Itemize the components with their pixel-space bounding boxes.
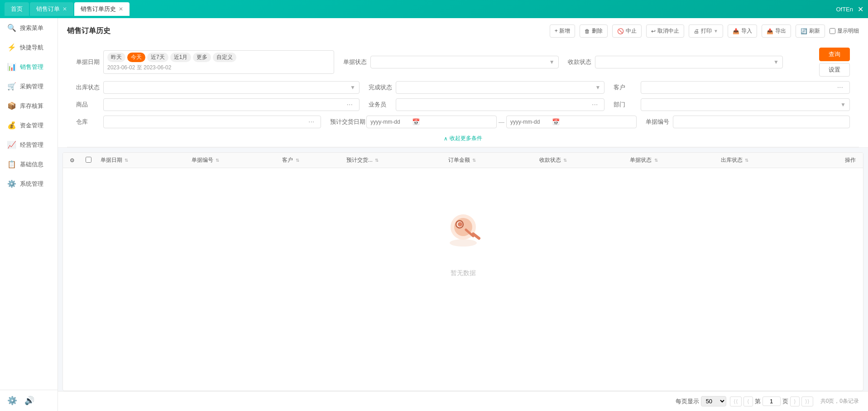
tab-sales-order-history-close[interactable]: ✕ [119, 6, 123, 12]
tab-sales-order-label: 销售订单 [36, 5, 60, 13]
payment-status-chevron: ▼ [773, 59, 779, 65]
salesperson-dots[interactable]: ··· [589, 101, 600, 109]
expected-date-start-input[interactable] [370, 119, 410, 125]
order-status-control[interactable]: ▼ [370, 56, 558, 68]
sidebar-settings-icon[interactable]: ⚙️ [7, 396, 17, 406]
filter-row-4: 仓库 ··· 预计交货日期 📅 — [76, 116, 850, 128]
sidebar-item-operations[interactable]: 📈 经营管理 [0, 135, 58, 155]
warehouse-control[interactable]: ··· [103, 116, 321, 128]
sort-order-amount-icon[interactable]: ⇅ [472, 158, 476, 163]
tab-home-label: 首页 [11, 5, 23, 13]
sort-date-icon[interactable]: ⇅ [125, 158, 128, 163]
next-page-button[interactable]: ⟩ [790, 396, 800, 406]
col-delivery-status: 出库状态 ⇅ [716, 153, 807, 168]
sidebar-item-finance[interactable]: 💰 资金管理 [0, 116, 58, 135]
col-settings[interactable]: ⚙ [63, 153, 81, 168]
sort-payment-status-icon[interactable]: ⇅ [563, 158, 567, 163]
page-size-dropdown[interactable]: 20 50 100 [701, 396, 726, 406]
new-button[interactable]: + 新增 [550, 24, 575, 38]
display-detail-label[interactable]: 显示明细 [830, 27, 859, 35]
last-page-button[interactable]: ⟩⟩ [801, 396, 813, 406]
collapse-label: 收起更多条件 [450, 135, 482, 142]
cancel-stop-button[interactable]: ↩ 取消中止 [646, 24, 684, 38]
sidebar-item-base-info[interactable]: 📋 基础信息 [0, 155, 58, 174]
empty-state: 暂无数据 [63, 168, 863, 314]
tab-sales-order-close[interactable]: ✕ [62, 6, 67, 12]
col-check[interactable] [81, 153, 96, 168]
customer-dots[interactable]: ··· [834, 83, 846, 92]
display-detail-checkbox[interactable] [830, 28, 835, 34]
product-dots[interactable]: ··· [344, 101, 355, 109]
date-pill-custom[interactable]: 自定义 [213, 53, 236, 62]
delete-button[interactable]: 🗑 删除 [580, 24, 608, 38]
expected-date-end-input[interactable] [510, 119, 550, 125]
prev-page-button[interactable]: ⟨ [743, 396, 753, 406]
refresh-button[interactable]: 🔄 刷新 [796, 24, 825, 38]
table-container: ⚙ 单据日期 ⇅ 单据编号 ⇅ 客户 ⇅ [62, 152, 863, 391]
warehouse-dots[interactable]: ··· [306, 118, 317, 126]
operations-icon: 📈 [7, 140, 16, 149]
salesperson-control[interactable]: ··· [396, 98, 605, 111]
expected-date-start-control[interactable]: 📅 [366, 116, 497, 128]
customer-label: 客户 [614, 83, 641, 92]
top-close-icon[interactable]: ✕ [858, 5, 863, 14]
date-pill-last1m[interactable]: 近1月 [170, 53, 192, 62]
finance-icon: 💰 [7, 121, 16, 130]
tab-sales-order[interactable]: 销售订单 ✕ [30, 2, 73, 16]
sort-order-status-icon[interactable]: ⇅ [654, 158, 658, 163]
date-pill-more[interactable]: 更多 [193, 53, 211, 62]
cal-end-icon[interactable]: 📅 [552, 118, 560, 126]
settings-filter-button[interactable]: 设置 [819, 63, 850, 77]
query-button[interactable]: 查询 [819, 48, 850, 61]
col-customer: 客户 ⇅ [278, 153, 341, 168]
print-button[interactable]: 🖨 打印 ▼ [689, 24, 723, 38]
order-no-control[interactable] [673, 116, 850, 128]
expected-date-end-control[interactable]: 📅 [506, 116, 637, 128]
filter-item-payment-status: 收款状态 ▼ [568, 56, 783, 68]
date-filter-control[interactable]: 昨天 今天 近7天 近1月 更多 自定义 2023-06-02 至 2023-0… [103, 50, 334, 74]
first-page-button[interactable]: ⟨⟨ [730, 396, 742, 406]
quick-nav-icon: ⚡ [7, 43, 16, 52]
col-payment-status: 收款状态 ⇅ [535, 153, 626, 168]
export-button[interactable]: 📤 导出 [762, 24, 791, 38]
tab-home[interactable]: 首页 [5, 2, 29, 16]
complete-status-label: 完成状态 [369, 83, 396, 92]
sort-delivery-status-icon[interactable]: ⇅ [745, 158, 748, 163]
sidebar-item-inventory[interactable]: 📦 库存核算 [0, 96, 58, 116]
dept-control[interactable]: ▼ [641, 98, 850, 111]
top-right-area: OfTEn ✕ [836, 5, 863, 14]
sidebar-item-search-menu[interactable]: 🔍 搜索菜单 [0, 18, 58, 38]
sidebar-item-sales-mgmt[interactable]: 📊 销售管理 [0, 57, 58, 77]
payment-status-control[interactable]: ▼ [595, 56, 783, 68]
complete-status-control[interactable]: ▼ [396, 81, 605, 94]
import-button[interactable]: 📥 导入 [728, 24, 757, 38]
date-pill-yesterday[interactable]: 昨天 [107, 53, 125, 62]
stop-button[interactable]: 🚫 中止 [612, 24, 642, 38]
sidebar-item-quick-nav[interactable]: ⚡ 快捷导航 [0, 38, 58, 57]
page-title-row: 销售订单历史 + 新增 🗑 删除 🚫 中止 ↩ 取消中止 [67, 24, 859, 38]
filter-item-order-status: 单据状态 ▼ [343, 56, 558, 68]
delivery-status-control[interactable]: ▼ [103, 81, 360, 94]
col-order-status: 单据状态 ⇅ [625, 153, 716, 168]
filter-item-product: 商品 ··· [76, 98, 360, 111]
select-all-checkbox[interactable] [86, 157, 91, 163]
sidebar-speaker-icon[interactable]: 🔊 [24, 396, 34, 406]
often-label: OfTEn [836, 6, 853, 13]
page-unit: 页 [782, 397, 788, 406]
date-pill-today[interactable]: 今天 [127, 53, 145, 62]
date-pill-last7[interactable]: 近7天 [147, 53, 168, 62]
cal-start-icon[interactable]: 📅 [412, 118, 420, 126]
sales-mgmt-icon: 📊 [7, 63, 16, 71]
page-input[interactable] [762, 396, 781, 406]
sidebar-item-purchase-mgmt[interactable]: 🛒 采购管理 [0, 77, 58, 96]
customer-control[interactable]: ··· [641, 81, 850, 94]
sort-order-no-icon[interactable]: ⇅ [216, 158, 219, 163]
collapse-row[interactable]: ∧ 收起更多条件 [76, 133, 850, 142]
sidebar-item-sys-mgmt[interactable]: ⚙️ 系统管理 [0, 174, 58, 193]
filter-item-complete-status: 完成状态 ▼ [369, 81, 605, 94]
order-status-label: 单据状态 [343, 58, 370, 66]
sort-expected-delivery-icon[interactable]: ⇅ [375, 158, 379, 163]
sort-customer-icon[interactable]: ⇅ [296, 158, 299, 163]
product-control[interactable]: ··· [103, 98, 360, 111]
tab-sales-order-history[interactable]: 销售订单历史 ✕ [74, 2, 129, 16]
